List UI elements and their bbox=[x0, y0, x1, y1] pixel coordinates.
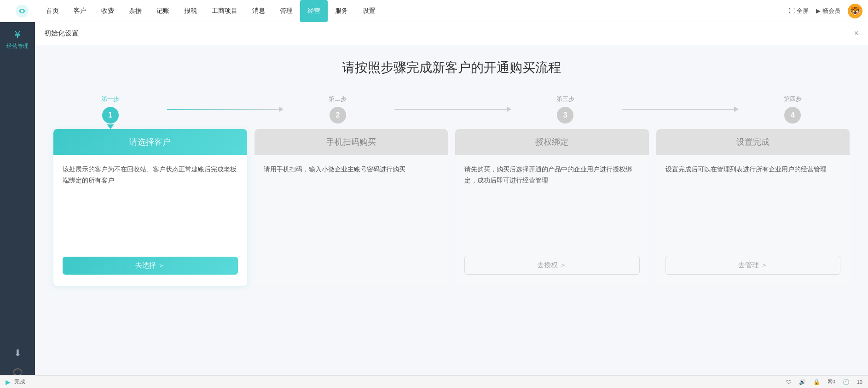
yuan-icon: ¥ bbox=[15, 29, 20, 41]
nav-manage[interactable]: 管理 bbox=[272, 0, 300, 22]
nav-fee[interactable]: 收费 bbox=[94, 0, 122, 22]
step-1-circle: 1 bbox=[102, 107, 119, 123]
main-content-area: 初始化设置 × 请按照步骤完成新客户的开通购买流程 第一步 1 第二步 2 bbox=[35, 22, 868, 375]
step-1-card-footer: 去选择 ＞ bbox=[53, 257, 247, 286]
video-icon: ▶ bbox=[816, 7, 821, 14]
nav-accounting[interactable]: 记账 bbox=[149, 0, 177, 22]
step-3-card-title: 授权绑定 bbox=[455, 129, 649, 155]
nav-home[interactable]: 首页 bbox=[39, 0, 66, 22]
step-4-card-title: 设置完成 bbox=[656, 129, 850, 155]
step-3-card: 授权绑定 请先购买，购买后选择开通的产品中的企业用户进行授权绑定，成功后即可进行… bbox=[455, 129, 649, 286]
top-navigation: 首页 客户 收费 票据 记账 报税 工商项目 消息 管理 经营 服务 设置 ⛶ … bbox=[0, 0, 868, 22]
nav-business[interactable]: 工商项目 bbox=[204, 0, 245, 22]
arrow-3-4 bbox=[734, 106, 739, 112]
clock-icon: 🕙 bbox=[843, 379, 850, 385]
step-4-card: 设置完成 设置完成后可以在管理列表进行所有企业用户的经营管理 去管理 ＞ bbox=[656, 129, 850, 286]
step-3-circle: 3 bbox=[557, 107, 573, 123]
cards-container: 请选择客户 该处展示的客户为不在回收站、客户状态正常建账后完成老板端绑定的所有客… bbox=[53, 129, 850, 286]
step-3-header: 第三步 3 bbox=[509, 95, 622, 123]
line-2-3 bbox=[394, 109, 508, 110]
sidebar-item-operation[interactable]: ¥ 经营管理 bbox=[0, 22, 35, 57]
step-2-card-title: 手机扫码购买 bbox=[255, 129, 448, 155]
nav-message[interactable]: 消息 bbox=[245, 0, 272, 22]
step-1-header: 第一步 1 bbox=[53, 95, 167, 129]
sidebar-bottom-area: ⬇ 🎧 bbox=[12, 347, 23, 379]
nav-customer[interactable]: 客户 bbox=[66, 0, 94, 22]
shield-icon: 🛡 bbox=[786, 379, 792, 385]
content-area: 请按照步骤完成新客户的开通购买流程 第一步 1 第二步 2 bbox=[35, 45, 868, 300]
member-button[interactable]: ▶ 畅会员 bbox=[816, 7, 840, 15]
step-4-header: 第四步 4 bbox=[736, 95, 850, 123]
main-heading: 请按照步骤完成新客户的开通购买流程 bbox=[53, 59, 850, 76]
step-1-action-button[interactable]: 去选择 ＞ bbox=[63, 257, 238, 275]
step-1-card-body: 该处展示的客户为不在回收站、客户状态正常建账后完成老板端绑定的所有客户 bbox=[53, 155, 247, 257]
sound-icon: 🔊 bbox=[799, 379, 806, 385]
line-1-2 bbox=[167, 109, 281, 110]
step-1-card-title: 请选择客户 bbox=[53, 129, 247, 155]
step-1-card: 请选择客户 该处展示的客户为不在回收站、客户状态正常建账后完成老板端绑定的所有客… bbox=[53, 129, 247, 286]
connector-1-2 bbox=[167, 109, 281, 110]
network-status: 网0 bbox=[827, 378, 835, 385]
status-bar: ▶ 完成 🛡 🔊 🔒 网0 🕙 10 bbox=[0, 375, 868, 388]
step-1-pointer bbox=[107, 124, 114, 129]
step-2-card-footer bbox=[255, 275, 448, 286]
step-2-header: 第二步 2 bbox=[281, 95, 394, 123]
step-4-action-button[interactable]: 去管理 ＞ bbox=[665, 256, 841, 275]
step-3-label: 第三步 bbox=[556, 95, 574, 103]
nav-menu: 首页 客户 收费 票据 记账 报税 工商项目 消息 管理 经营 服务 设置 bbox=[39, 0, 789, 22]
step-4-label: 第四步 bbox=[784, 95, 802, 103]
step-3-card-footer: 去授权 ＞ bbox=[455, 256, 649, 286]
nav-tax[interactable]: 报税 bbox=[177, 0, 204, 22]
nav-settings[interactable]: 设置 bbox=[355, 0, 383, 22]
step-4-card-footer: 去管理 ＞ bbox=[656, 256, 850, 286]
step-3-card-body: 请先购买，购买后选择开通的产品中的企业用户进行授权绑定，成功后即可进行经营管理 bbox=[455, 155, 649, 256]
status-left: ▶ 完成 bbox=[6, 378, 25, 386]
step-2-card-body: 请用手机扫码，输入小微企业主账号密码进行购买 bbox=[255, 155, 448, 275]
step-1-label: 第一步 bbox=[101, 95, 119, 103]
lock-icon: 🔒 bbox=[813, 379, 820, 385]
connector-2-3 bbox=[394, 109, 508, 110]
nav-service[interactable]: 服务 bbox=[328, 0, 355, 22]
nav-invoice[interactable]: 票据 bbox=[122, 0, 149, 22]
status-right: 🛡 🔊 🔒 网0 🕙 10 bbox=[786, 378, 862, 385]
line-3-4 bbox=[622, 109, 736, 110]
time-display: 10 bbox=[857, 379, 862, 385]
step-2-label: 第二步 bbox=[329, 95, 347, 103]
step-4-circle: 4 bbox=[784, 107, 801, 123]
step-4-card-body: 设置完成后可以在管理列表进行所有企业用户的经营管理 bbox=[656, 155, 850, 256]
fullscreen-icon: ⛶ bbox=[789, 7, 795, 14]
connector-3-4 bbox=[622, 109, 736, 110]
step-3-action-button[interactable]: 去授权 ＞ bbox=[464, 256, 640, 275]
step-2-card: 手机扫码购买 请用手机扫码，输入小微企业主账号密码进行购买 bbox=[255, 129, 448, 286]
play-button[interactable]: ▶ bbox=[6, 378, 11, 386]
download-icon[interactable]: ⬇ bbox=[14, 347, 22, 359]
arrow-2-3 bbox=[507, 106, 511, 112]
nav-right-area: ⛶ 全屏 ▶ 畅会员 🐯 bbox=[789, 4, 862, 18]
status-label: 完成 bbox=[14, 378, 25, 386]
fullscreen-button[interactable]: ⛶ 全屏 bbox=[789, 7, 809, 15]
app-logo bbox=[6, 4, 39, 18]
step-2-circle: 2 bbox=[330, 107, 346, 123]
user-avatar[interactable]: 🐯 bbox=[848, 4, 862, 18]
close-button[interactable]: × bbox=[854, 29, 859, 38]
svg-point-1 bbox=[21, 10, 23, 12]
steps-header: 第一步 1 第二步 2 第 bbox=[53, 95, 850, 129]
arrow-1-2 bbox=[279, 106, 284, 112]
nav-operation[interactable]: 经营 bbox=[300, 0, 328, 22]
left-sidebar: ¥ 经营管理 ⬇ 🎧 bbox=[0, 0, 35, 388]
page-header: 初始化设置 × bbox=[35, 22, 868, 45]
page-title: 初始化设置 bbox=[44, 29, 79, 38]
